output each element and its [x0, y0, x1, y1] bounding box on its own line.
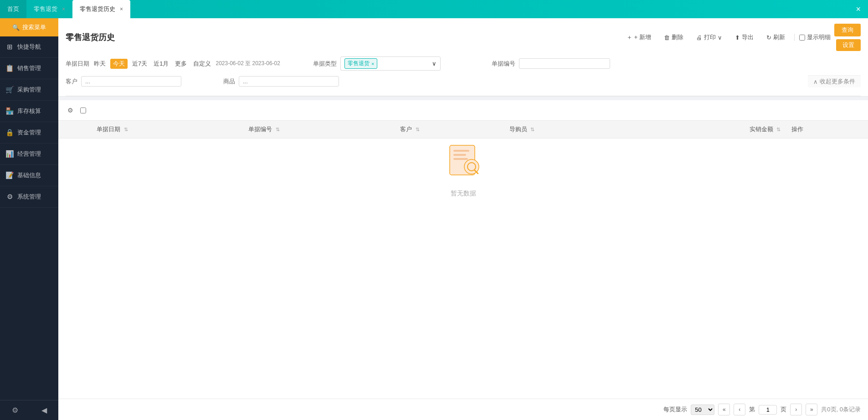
tab-retail-return-history-label: 零售退货历史	[80, 5, 115, 13]
empty-icon	[441, 138, 486, 184]
page-number-input[interactable]	[759, 405, 777, 415]
sidebar-item-finance[interactable]: 🔒 资金管理	[0, 122, 58, 143]
show-detail-toggle[interactable]: 显示明细	[799, 33, 831, 41]
refresh-label: 刷新	[773, 33, 785, 41]
tab-retail-return-label: 零售退货	[34, 5, 57, 13]
collapse-button[interactable]: ∧ 收起更多条件	[808, 75, 861, 87]
filter-area: 单据日期 昨天 今天 近7天 近1月 更多 自定义 2023-06-02 至 2…	[66, 56, 861, 96]
window-close-button[interactable]: ×	[848, 0, 868, 18]
th-guide[interactable]: 导购员 ⇅	[504, 121, 634, 138]
th-number[interactable]: 单据编号 ⇅	[243, 121, 395, 138]
last-page-button[interactable]: »	[806, 404, 817, 415]
select-all-checkbox[interactable]	[80, 108, 86, 113]
delete-label: 删除	[672, 33, 683, 41]
sidebar-bottom: ⚙ ◀	[0, 400, 58, 420]
top-bar: 首页 零售退货 × 零售退货历史 × ×	[0, 0, 868, 18]
delete-button[interactable]: 🗑 删除	[659, 31, 688, 44]
table-settings-icon: ⚙	[67, 107, 73, 114]
first-page-button[interactable]: «	[718, 404, 730, 415]
main-layout: 🔍 搜索菜单 ⊞ 快捷导航 📋 销售管理 🛒 采购管理 🏪 库存核算 🔒	[0, 18, 868, 420]
sidebar-item-operations[interactable]: 📊 经营管理	[0, 143, 58, 165]
prev-page-button[interactable]: ‹	[734, 404, 745, 415]
tab-retail-return-history-close[interactable]: ×	[120, 6, 123, 12]
sidebar-item-inventory[interactable]: 🏪 库存核算	[0, 101, 58, 122]
type-tag: 零售退货 ×	[344, 58, 377, 69]
sidebar: 🔍 搜索菜单 ⊞ 快捷导航 📋 销售管理 🛒 采购管理 🏪 库存核算 🔒	[0, 18, 58, 420]
sort-icon-number: ⇅	[276, 127, 280, 132]
new-icon: ＋	[627, 33, 632, 41]
tab-home-label: 首页	[7, 5, 19, 13]
customer-filter-item: 客户	[66, 76, 181, 87]
refresh-button[interactable]: ↻ 刷新	[762, 31, 790, 44]
customer-input[interactable]	[85, 78, 177, 85]
table-settings-icon-btn[interactable]: ⚙	[64, 104, 77, 117]
tab-retail-return-close[interactable]: ×	[62, 6, 65, 12]
page-number-label: 第	[749, 405, 755, 414]
th-settings	[58, 121, 75, 138]
date-filter-item: 单据日期 昨天 今天 近7天 近1月 更多 自定义 2023-06-02 至 2…	[66, 59, 280, 69]
sidebar-item-sales-mgmt-label: 销售管理	[17, 64, 41, 72]
settings-button[interactable]: 设置	[836, 39, 861, 51]
th-date[interactable]: 单据日期 ⇅	[91, 121, 243, 138]
collapse-icon: ∧	[813, 78, 818, 85]
collapse-sidebar-icon[interactable]: ◀	[41, 406, 47, 415]
number-input[interactable]	[523, 60, 606, 67]
page-title: 零售退货历史	[66, 32, 115, 43]
goods-input-wrapper	[239, 76, 339, 87]
th-customer[interactable]: 客户 ⇅	[395, 121, 504, 138]
export-button[interactable]: ⬆ 导出	[730, 31, 758, 44]
finance-icon: 🔒	[5, 128, 14, 137]
number-filter-label: 单据编号	[492, 60, 515, 68]
refresh-icon: ↻	[766, 34, 771, 41]
query-button[interactable]: 查询	[834, 24, 861, 36]
customer-filter-label: 客户	[66, 77, 77, 86]
data-table: 单据日期 ⇅ 单据编号 ⇅ 客户 ⇅ 导购员 ⇅	[58, 121, 868, 138]
th-checkbox	[75, 121, 91, 138]
date-option-yesterday[interactable]: 昨天	[92, 59, 108, 69]
sidebar-item-operations-label: 经营管理	[17, 150, 41, 158]
sidebar-item-purchase-mgmt[interactable]: 🛒 采购管理	[0, 79, 58, 101]
search-icon: 🔍	[12, 24, 20, 31]
sort-icon-amount: ⇅	[776, 127, 781, 132]
settings-icon[interactable]: ⚙	[12, 406, 18, 415]
date-option-7days[interactable]: 近7天	[130, 59, 149, 69]
type-tag-close[interactable]: ×	[371, 61, 374, 67]
empty-text: 暂无数据	[451, 190, 476, 198]
sort-icon-guide: ⇅	[530, 127, 534, 132]
show-detail-checkbox-input[interactable]	[799, 35, 805, 41]
basic-info-icon: 📝	[5, 171, 14, 179]
type-select[interactable]: 零售退货 × ∨	[340, 56, 441, 71]
date-option-custom[interactable]: 自定义	[191, 59, 213, 69]
sort-icon-date: ⇅	[124, 127, 128, 132]
page-size-select[interactable]: 50 100 200	[691, 405, 714, 415]
total-info: 共0页, 0条记录	[821, 405, 861, 414]
print-button[interactable]: 🖨 打印 ∨	[692, 31, 727, 44]
quick-nav-icon: ⊞	[5, 43, 14, 51]
tab-retail-return[interactable]: 零售退货 ×	[26, 0, 72, 18]
goods-input[interactable]	[243, 78, 335, 85]
sidebar-item-basic-info[interactable]: 📝 基础信息	[0, 165, 58, 186]
system-mgmt-icon: ⚙	[5, 193, 14, 201]
print-icon: 🖨	[696, 34, 702, 41]
goods-filter-item: 商品	[223, 76, 339, 87]
number-filter-item: 单据编号	[492, 58, 610, 69]
sidebar-item-system-mgmt[interactable]: ⚙ 系统管理	[0, 186, 58, 208]
top-bar-spacer	[130, 0, 848, 18]
new-label: + 新增	[634, 33, 651, 41]
content-area: 零售退货历史 ＋ + 新增 🗑 删除 🖨 打印 ∨	[58, 18, 868, 420]
sidebar-search[interactable]: 🔍 搜索菜单	[0, 18, 58, 36]
type-tag-label: 零售退货	[348, 60, 370, 67]
sidebar-item-quick-nav[interactable]: ⊞ 快捷导航	[0, 36, 58, 58]
type-filter-item: 单据类型 零售退货 × ∨	[313, 56, 459, 71]
th-amount[interactable]: 实销金额 ⇅	[634, 121, 786, 138]
toolbar-divider	[794, 34, 795, 41]
next-page-button[interactable]: ›	[790, 404, 802, 415]
date-option-today[interactable]: 今天	[110, 59, 128, 69]
tab-retail-return-history[interactable]: 零售退货历史 ×	[72, 0, 130, 18]
sidebar-item-sales-mgmt[interactable]: 📋 销售管理	[0, 58, 58, 79]
new-button[interactable]: ＋ + 新增	[622, 31, 656, 44]
date-option-1month[interactable]: 近1月	[152, 59, 170, 69]
sidebar-item-finance-label: 资金管理	[17, 128, 41, 137]
tab-home[interactable]: 首页	[0, 0, 26, 18]
date-option-more[interactable]: 更多	[173, 59, 189, 69]
